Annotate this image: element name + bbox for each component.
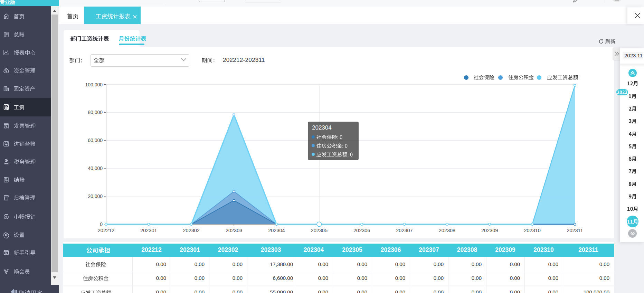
svg-text:60,000: 60,000 xyxy=(88,138,103,143)
svg-text:202302: 202302 xyxy=(183,228,200,233)
svg-text:202305: 202305 xyxy=(311,228,328,233)
svg-text:20,000: 20,000 xyxy=(88,193,103,199)
svg-text:0: 0 xyxy=(100,221,103,227)
svg-text:202307: 202307 xyxy=(396,228,413,233)
svg-text:202309: 202309 xyxy=(481,228,498,233)
svg-text:202311: 202311 xyxy=(567,228,583,233)
svg-text:202310: 202310 xyxy=(524,228,540,233)
svg-text:40,000: 40,000 xyxy=(88,166,103,171)
svg-text:202306: 202306 xyxy=(353,228,370,233)
svg-text:202301: 202301 xyxy=(140,228,157,233)
svg-text:80,000: 80,000 xyxy=(88,110,103,115)
svg-text:202212: 202212 xyxy=(98,228,114,233)
svg-text:100,000: 100,000 xyxy=(85,82,103,87)
svg-text:202304: 202304 xyxy=(268,228,285,233)
svg-text:202303: 202303 xyxy=(226,228,242,233)
svg-text:202308: 202308 xyxy=(439,228,455,233)
